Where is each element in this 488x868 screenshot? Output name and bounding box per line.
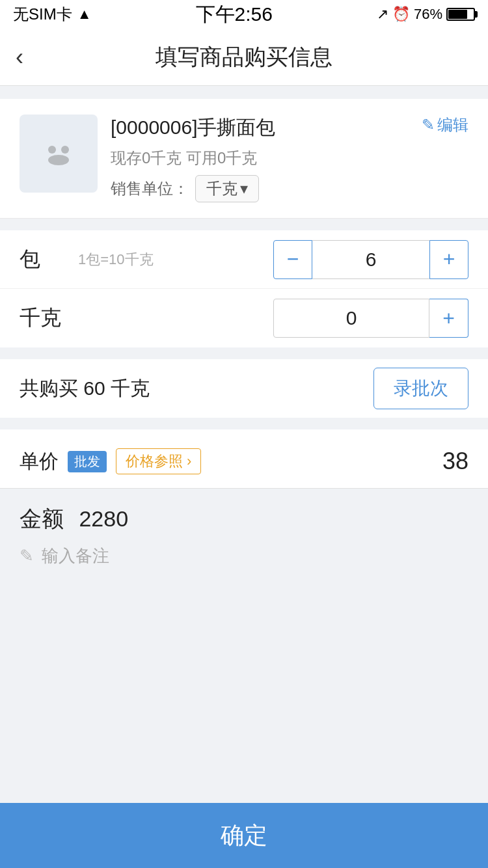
confirm-button[interactable]: 确定: [0, 803, 488, 868]
package-sub: 1包=10千克: [78, 250, 273, 269]
battery-percent: 76%: [414, 6, 442, 23]
kg-stepper: +: [273, 299, 468, 338]
amount-value: 2280: [79, 506, 128, 531]
edit-button[interactable]: ✎ 编辑: [422, 115, 468, 135]
price-row: 单价 批发 价格参照 › 38: [20, 448, 468, 475]
price-reference-button[interactable]: 价格参照 ›: [116, 448, 201, 474]
carrier-label: 无SIM卡: [13, 4, 72, 25]
edit-icon: ✎: [422, 116, 435, 134]
status-left: 无SIM卡 ▲: [13, 4, 91, 25]
amount-label: 金额: [20, 506, 64, 531]
package-row: 包 1包=10千克 − +: [0, 230, 488, 289]
dropdown-icon: ▾: [240, 180, 248, 198]
svg-point-2: [48, 155, 69, 165]
nav-bar: ‹ 填写商品购买信息: [0, 29, 488, 86]
wifi-icon: ▲: [77, 6, 92, 23]
location-icon: ↗: [377, 6, 388, 23]
product-info: [0000006]手撕面包 ✎ 编辑 现存0千克 可用0千克 销售单位： 千克 …: [111, 115, 468, 202]
package-section: 包 1包=10千克 − +: [0, 230, 488, 289]
price-section: 单价 批发 价格参照 › 38: [0, 429, 488, 488]
product-name: [0000006]手撕面包: [111, 115, 275, 141]
amount-row: 金额 2280: [20, 504, 468, 534]
product-thumbnail: [20, 115, 98, 193]
svg-point-0: [48, 146, 56, 154]
package-stepper: − +: [273, 240, 468, 279]
package-label: 包: [20, 245, 72, 274]
kg-section: 千克 +: [0, 289, 488, 347]
package-input[interactable]: [312, 240, 429, 279]
total-label: 共购买 60 千克: [20, 375, 373, 402]
remark-row[interactable]: ✎ 输入备注: [20, 545, 468, 567]
pencil-icon: ✎: [20, 546, 34, 566]
kg-input[interactable]: [273, 299, 429, 338]
amount-section: 金额 2280 ✎ 输入备注: [0, 488, 488, 578]
status-right: ↗ ⏰ 76%: [377, 6, 475, 23]
alarm-icon: ⏰: [392, 6, 410, 23]
total-row: 共购买 60 千克 录批次: [0, 359, 488, 418]
kg-label: 千克: [20, 304, 273, 332]
package-decrement-button[interactable]: −: [273, 240, 312, 279]
status-bar: 无SIM卡 ▲ 下午2:56 ↗ ⏰ 76%: [0, 0, 488, 29]
battery-icon: [446, 8, 475, 21]
product-unit: 销售单位： 千克 ▾: [111, 175, 468, 202]
kg-increment-button[interactable]: +: [429, 299, 468, 338]
product-image-icon: [38, 133, 79, 174]
page-title: 填写商品购买信息: [156, 42, 332, 72]
kg-row: 千克 +: [0, 289, 488, 347]
price-label: 单价: [20, 448, 59, 475]
content-spacer: [0, 578, 488, 773]
package-increment-button[interactable]: +: [429, 240, 468, 279]
svg-point-1: [61, 146, 69, 154]
status-time: 下午2:56: [196, 1, 273, 28]
remark-placeholder: 输入备注: [42, 545, 109, 567]
unit-selector[interactable]: 千克 ▾: [195, 175, 259, 202]
record-batch-button[interactable]: 录批次: [373, 368, 468, 409]
product-stock: 现存0千克 可用0千克: [111, 148, 468, 169]
back-button[interactable]: ‹: [16, 44, 23, 71]
batch-tag: 批发: [68, 451, 107, 472]
price-value: 38: [442, 448, 468, 475]
product-card: [0000006]手撕面包 ✎ 编辑 现存0千克 可用0千克 销售单位： 千克 …: [0, 99, 488, 219]
